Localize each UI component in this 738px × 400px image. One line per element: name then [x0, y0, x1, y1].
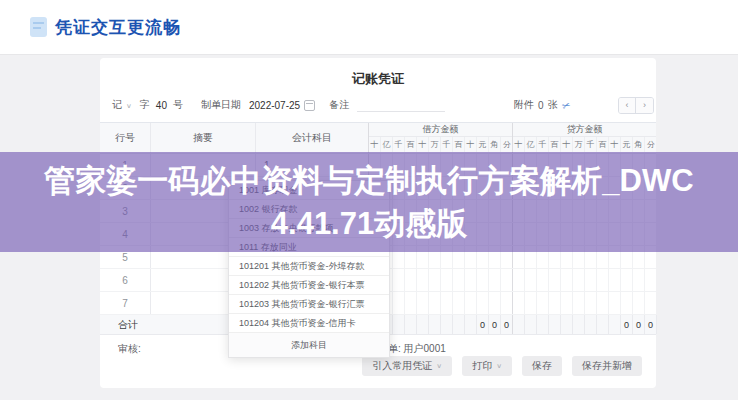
paperclip-icon[interactable]: ✂︎: [560, 98, 572, 111]
digit-header-cell: 十: [561, 137, 573, 152]
col-summary: 摘要: [150, 123, 255, 153]
total-digit-cell: [537, 315, 549, 334]
subject-option[interactable]: 101201 其他货币资金-外埠存款: [229, 257, 389, 276]
digit-cell[interactable]: [633, 292, 645, 314]
date-input[interactable]: 2022-07-25: [249, 100, 315, 111]
action-button-引入常用凭证[interactable]: 引入常用凭证∨: [362, 356, 452, 376]
subject-option[interactable]: 101204 其他货币资金-信用卡: [229, 314, 389, 333]
digit-cell[interactable]: [549, 292, 561, 314]
digit-cell[interactable]: [393, 269, 405, 291]
digit-cell[interactable]: [417, 269, 429, 291]
subject-option[interactable]: 101203 其他货币资金-银行汇票: [229, 295, 389, 314]
digit-cell[interactable]: [645, 269, 657, 291]
digit-cell[interactable]: [453, 269, 465, 291]
creator-value: 用户0001: [404, 343, 446, 354]
digit-header-cell: 十: [465, 137, 477, 152]
digit-cell[interactable]: [477, 269, 489, 291]
col-subject: 会计科目: [255, 123, 368, 153]
digit-cell[interactable]: [609, 269, 621, 291]
digit-header-cell: 角: [489, 137, 501, 152]
chevron-down-icon: ∨: [496, 362, 502, 369]
total-digit-cell: [429, 315, 441, 334]
app-title: 凭证交互更流畅: [55, 16, 181, 39]
digit-cell[interactable]: [417, 292, 429, 314]
digit-cell[interactable]: [621, 292, 633, 314]
promo-overlay-banner: 管家婆一码必中资料与定制执行方案解析_DWC 4.41.71动感版: [0, 152, 738, 252]
digit-cell[interactable]: [585, 269, 597, 291]
action-button-打印[interactable]: 打印∨: [462, 356, 512, 376]
digit-cell[interactable]: [537, 292, 549, 314]
total-digit-cell: [573, 315, 585, 334]
digit-cell[interactable]: [621, 269, 633, 291]
attachment-label: 附件: [514, 98, 534, 112]
digit-cell[interactable]: [537, 269, 549, 291]
prev-voucher-button[interactable]: ‹: [619, 98, 636, 113]
voucher-type-value: 记: [112, 98, 122, 112]
digit-header-cell: 元: [477, 137, 489, 152]
digit-cell[interactable]: [477, 292, 489, 314]
note-input[interactable]: [357, 98, 445, 112]
digit-cell[interactable]: [513, 292, 525, 314]
date-label: 制单日期: [201, 98, 241, 112]
digit-cell[interactable]: [393, 292, 405, 314]
digit-cell[interactable]: [429, 292, 441, 314]
digit-cell[interactable]: [441, 292, 453, 314]
digit-header-cell: 十: [609, 137, 621, 152]
col-row-no: 行号: [100, 123, 150, 153]
credit-digit-headers: 十亿千百十万千百十元角分: [513, 137, 656, 152]
voucher-form-row: 记 ∨ 字 40 号 制单日期 2022-07-25 备注 附件 0 张 ✂︎ …: [108, 94, 654, 116]
add-subject-button[interactable]: 添加科目: [229, 333, 389, 357]
digit-header-cell: 角: [633, 137, 645, 152]
total-digit-cell: [417, 315, 429, 334]
total-credit-cells: 000: [512, 315, 656, 334]
col-debit-group: 借方金额 十亿千百十万千百十元角分: [368, 123, 512, 153]
total-digit-cell: [609, 315, 621, 334]
digit-cell[interactable]: [405, 269, 417, 291]
digit-cell[interactable]: [429, 269, 441, 291]
digit-header-cell: 分: [645, 137, 657, 152]
row-number: 6: [100, 269, 150, 291]
total-digit-cell: [441, 315, 453, 334]
total-digit-cell: [513, 315, 525, 334]
digit-cell[interactable]: [573, 269, 585, 291]
subject-option[interactable]: 101202 其他货币资金-银行本票: [229, 276, 389, 295]
digit-cell[interactable]: [465, 269, 477, 291]
digit-cell[interactable]: [633, 269, 645, 291]
action-button-保存并新增[interactable]: 保存并新增: [572, 356, 642, 376]
digit-cell[interactable]: [585, 292, 597, 314]
digit-cell[interactable]: [513, 269, 525, 291]
total-digit-cell: 0: [633, 315, 645, 334]
action-button-保存[interactable]: 保存: [522, 356, 562, 376]
total-digit-cell: [525, 315, 537, 334]
voucher-type-select[interactable]: 记 ∨: [108, 96, 136, 114]
voucher-title: 记账凭证: [100, 58, 656, 88]
credit-digit-cells: [512, 269, 656, 291]
voucher-number-input[interactable]: 40: [156, 100, 167, 111]
digit-cell[interactable]: [441, 269, 453, 291]
total-digit-cell: [597, 315, 609, 334]
attachment-count: 0: [538, 100, 544, 111]
credit-digit-cells: [512, 292, 656, 314]
review-label: 审核:: [118, 342, 141, 356]
digit-cell[interactable]: [525, 292, 537, 314]
digit-cell[interactable]: [405, 292, 417, 314]
digit-cell[interactable]: [465, 292, 477, 314]
total-digit-cell: 0: [489, 315, 501, 334]
next-voucher-button[interactable]: ›: [636, 98, 653, 113]
digit-cell[interactable]: [573, 292, 585, 314]
digit-header-cell: 十: [369, 137, 381, 152]
digit-cell[interactable]: [597, 292, 609, 314]
digit-cell[interactable]: [561, 269, 573, 291]
digit-cell[interactable]: [549, 269, 561, 291]
digit-cell[interactable]: [489, 269, 501, 291]
digit-cell[interactable]: [489, 292, 501, 314]
digit-cell[interactable]: [645, 292, 657, 314]
digit-cell[interactable]: [525, 269, 537, 291]
digit-cell[interactable]: [597, 269, 609, 291]
digit-cell[interactable]: [561, 292, 573, 314]
digit-cell[interactable]: [609, 292, 621, 314]
col-credit-group: 贷方金额 十亿千百十万千百十元角分: [512, 123, 656, 153]
digit-cell[interactable]: [453, 292, 465, 314]
number-suffix-label: 号: [173, 98, 183, 112]
calendar-icon: [304, 100, 315, 111]
